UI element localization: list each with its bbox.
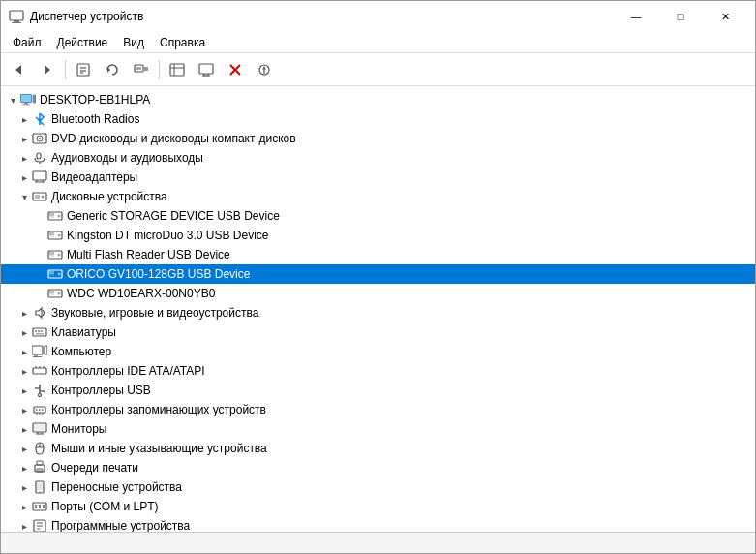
expand-disk[interactable]: ▾ xyxy=(16,187,32,206)
tree-item-bluetooth[interactable]: ▸ Bluetooth Radios xyxy=(1,109,755,129)
bluetooth-icon xyxy=(32,111,47,127)
properties-button[interactable] xyxy=(70,57,97,82)
root-expand[interactable]: ▾ xyxy=(5,90,20,109)
expand-computer[interactable]: ▸ xyxy=(16,342,32,361)
tree-item-display[interactable]: ▸ Видеоадаптеры xyxy=(1,168,755,187)
expand-memory[interactable]: ▸ xyxy=(16,400,32,419)
item-label-usb: Контроллеры USB xyxy=(51,384,151,397)
menu-action[interactable]: Действие xyxy=(49,34,116,51)
mouse-icon xyxy=(32,441,47,456)
svg-rect-11 xyxy=(136,67,141,70)
tree-item-software[interactable]: ▸ Программные устройства xyxy=(1,516,755,532)
expand-ports[interactable]: ▸ xyxy=(16,497,32,516)
menu-help[interactable]: Справка xyxy=(152,34,213,51)
tree-item-portable[interactable]: ▸ Переносные устройства xyxy=(1,477,755,497)
tree-item-disk[interactable]: ▾ Дисковые устройства xyxy=(1,187,755,206)
tree-item-dvd[interactable]: ▸ DVD-дисководы и дисководы компакт-диск… xyxy=(1,129,755,148)
minimize-button[interactable]: — xyxy=(614,1,658,32)
item-label-dvd: DVD-дисководы и дисководы компакт-дисков xyxy=(51,132,296,145)
expand-bluetooth[interactable]: ▸ xyxy=(16,109,32,129)
monitor-button[interactable] xyxy=(193,57,220,82)
expand-software[interactable]: ▸ xyxy=(16,516,32,532)
resource-button[interactable] xyxy=(164,57,191,82)
svg-rect-81 xyxy=(35,387,37,389)
tree-item-computer[interactable]: ▸ Компьютер xyxy=(1,342,755,361)
expand-sound[interactable]: ▸ xyxy=(16,303,32,323)
svg-rect-0 xyxy=(10,11,23,20)
expand-portable[interactable]: ▸ xyxy=(16,477,32,497)
svg-rect-92 xyxy=(34,424,45,431)
toolbar-sep-2 xyxy=(159,60,160,79)
expand-monitor[interactable]: ▸ xyxy=(16,419,32,439)
expand-keyboard[interactable]: ▸ xyxy=(16,323,32,342)
svg-rect-42 xyxy=(35,195,40,199)
item-label-ports: Порты (COM и LPT) xyxy=(51,500,159,513)
window-controls: — □ ✕ xyxy=(614,1,747,32)
expand-ide[interactable]: ▸ xyxy=(16,361,32,381)
item-label-sound: Звуковые, игровые и видеоустройства xyxy=(51,306,258,320)
svg-rect-49 xyxy=(49,232,54,235)
dvd-icon xyxy=(32,131,47,146)
svg-rect-103 xyxy=(37,483,43,490)
tree-item-ide[interactable]: ▸ Контроллеры IDE ATA/ATAPI xyxy=(1,361,755,381)
forward-button[interactable] xyxy=(34,57,61,82)
port-icon xyxy=(32,499,47,514)
tree-item-print[interactable]: ▸ Очереди печати xyxy=(1,458,755,477)
svg-rect-71 xyxy=(45,346,47,354)
item-label-bluetooth: Bluetooth Radios xyxy=(51,112,139,126)
display-icon xyxy=(32,169,47,185)
tree-item-keyboard[interactable]: ▸ Клавиатуры xyxy=(1,323,755,342)
item-label-monitor: Мониторы xyxy=(51,422,106,436)
app-icon xyxy=(9,9,24,24)
menu-view[interactable]: Вид xyxy=(115,34,152,51)
item-label-computer: Компьютер xyxy=(51,345,111,358)
svg-rect-68 xyxy=(41,330,43,332)
tree-item-usb[interactable]: ▸ Контроллеры USB xyxy=(1,381,755,400)
tree-item-disk1[interactable]: Generic STORAGE DEVICE USB Device xyxy=(1,206,755,226)
menu-bar: Файл Действие Вид Справка xyxy=(1,32,755,53)
tree-item-disk4[interactable]: ORICO GV100-128GB USB Device xyxy=(1,264,755,284)
device-tree[interactable]: ▾ DESKTOP-EB1HLPA ▸ Bluetooth Radios▸ xyxy=(1,86,755,532)
expand-print[interactable]: ▸ xyxy=(16,458,32,477)
remove-button[interactable] xyxy=(222,57,249,82)
item-label-print: Очереди печати xyxy=(51,461,138,475)
expand-mouse[interactable]: ▸ xyxy=(16,439,32,458)
tree-item-audio[interactable]: ▸ Аудиовходы и аудиовыходы xyxy=(1,148,755,168)
menu-file[interactable]: Файл xyxy=(5,34,49,51)
back-button[interactable] xyxy=(5,57,32,82)
expand-audio[interactable]: ▸ xyxy=(16,148,32,168)
tree-item-monitor[interactable]: ▸ Мониторы xyxy=(1,419,755,439)
tree-item-disk2[interactable]: Kingston DT microDuo 3.0 USB Device xyxy=(1,226,755,245)
scan-hardware-button[interactable] xyxy=(251,57,278,82)
expand-display[interactable]: ▸ xyxy=(16,168,32,187)
svg-point-83 xyxy=(39,394,42,397)
item-label-portable: Переносные устройства xyxy=(51,480,182,494)
tree-item-mouse[interactable]: ▸ Мыши и иные указывающие устройства xyxy=(1,439,755,458)
tree-item-memory[interactable]: ▸ Контроллеры запоминающих устройств xyxy=(1,400,755,419)
pc-icon xyxy=(32,344,47,359)
svg-rect-86 xyxy=(39,409,41,411)
svg-point-50 xyxy=(58,234,61,237)
svg-rect-74 xyxy=(33,368,46,374)
maximize-button[interactable]: □ xyxy=(658,1,703,32)
window-title: Диспетчер устройств xyxy=(30,10,614,23)
update-driver-button[interactable] xyxy=(99,57,126,82)
scan-button[interactable] xyxy=(128,57,155,82)
tree-item-ports[interactable]: ▸ Порты (COM и LPT) xyxy=(1,497,755,516)
close-button[interactable]: ✕ xyxy=(703,1,747,32)
tree-item-disk5[interactable]: WDC WD10EARX-00N0YB0 xyxy=(1,284,755,303)
tree-root[interactable]: ▾ DESKTOP-EB1HLPA xyxy=(1,90,755,109)
portable-icon xyxy=(32,479,47,495)
sound-icon xyxy=(32,305,47,321)
tree-item-sound[interactable]: ▸ Звуковые, игровые и видеоустройства xyxy=(1,303,755,323)
svg-rect-57 xyxy=(49,271,54,274)
svg-point-54 xyxy=(58,254,61,257)
svg-point-82 xyxy=(43,390,45,392)
item-label-disk: Дисковые устройства xyxy=(51,190,167,203)
storage-icon xyxy=(47,208,63,224)
expand-usb[interactable]: ▸ xyxy=(16,381,32,400)
expand-dvd[interactable]: ▸ xyxy=(16,129,32,148)
item-label-disk1: Generic STORAGE DEVICE USB Device xyxy=(67,209,280,223)
disk-icon xyxy=(32,189,47,204)
tree-item-disk3[interactable]: Multi Flash Reader USB Device xyxy=(1,245,755,264)
